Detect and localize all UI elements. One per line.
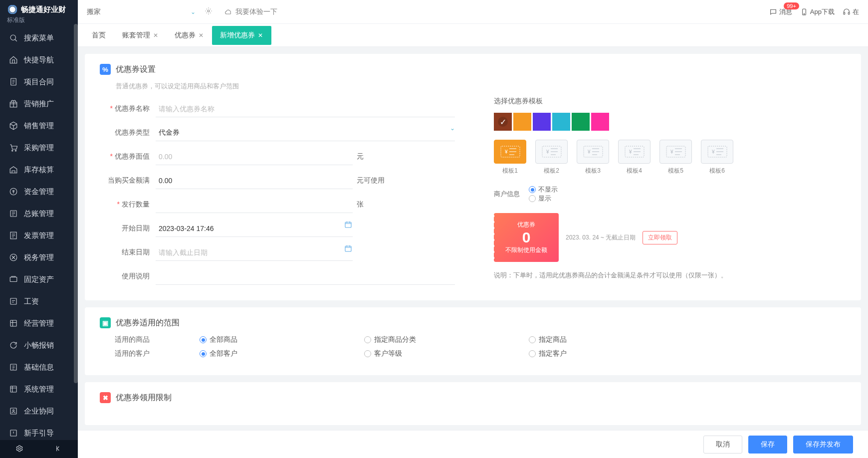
calendar-icon[interactable] bbox=[344, 221, 456, 230]
sidebar: 畅捷通好业财 标准版 搜索菜单快捷导航项目合同营销推广销售管理采购管理库存核算资… bbox=[0, 0, 78, 458]
tab-优惠券[interactable]: 优惠券✕ bbox=[167, 26, 212, 45]
color-swatch[interactable] bbox=[513, 113, 531, 131]
sidebar-item-label: 项目合同 bbox=[24, 77, 54, 87]
online-label: 在 bbox=[853, 7, 859, 16]
badge-count: 99+ bbox=[784, 2, 799, 9]
coupon-value-input[interactable] bbox=[156, 148, 353, 165]
issue-count-input[interactable] bbox=[156, 196, 353, 213]
org-selector[interactable]: 搬家 ⌄ bbox=[87, 7, 196, 16]
template-label: 模板5 bbox=[659, 167, 692, 175]
start-date-input[interactable] bbox=[156, 220, 353, 237]
sidebar-item-label: 工资 bbox=[24, 297, 39, 306]
preview-title: 优惠券 bbox=[517, 221, 535, 229]
scope-customer-label: 适用的客户 bbox=[100, 349, 150, 358]
customer-scope-radio[interactable]: 指定客户 bbox=[529, 349, 609, 358]
sidebar-item-asset[interactable]: 固定资产 bbox=[0, 268, 78, 290]
money-icon bbox=[9, 187, 18, 196]
end-date-input[interactable] bbox=[156, 244, 353, 261]
sidebar-item-warehouse[interactable]: 库存核算 bbox=[0, 159, 78, 181]
tab-新增优惠券[interactable]: 新增优惠券✕ bbox=[212, 26, 271, 45]
save-publish-button[interactable]: 保存并发布 bbox=[793, 436, 853, 454]
panel-coupon-settings: % 优惠券设置 普通优惠券，可以设定适用商品和客户范围 *优惠券名称 优惠券类型… bbox=[85, 54, 861, 300]
sidebar-item-money[interactable]: 资金管理 bbox=[0, 181, 78, 203]
label-name: 优惠券名称 bbox=[115, 104, 150, 112]
claim-button[interactable]: 立即领取 bbox=[643, 231, 677, 244]
usage-desc-input[interactable] bbox=[156, 268, 455, 285]
cancel-button[interactable]: 取消 bbox=[703, 436, 742, 454]
template-option[interactable]: ¥模板4 bbox=[618, 140, 651, 175]
color-swatch[interactable] bbox=[591, 113, 609, 131]
sidebar-item-salary[interactable]: 工资 bbox=[0, 290, 78, 312]
sidebar-item-tax[interactable]: 税务管理 bbox=[0, 246, 78, 268]
sidebar-item-refresh[interactable]: 小畅报销 bbox=[0, 334, 78, 356]
sidebar-item-team[interactable]: 企业协同 bbox=[0, 400, 78, 422]
coupon-name-input[interactable] bbox=[156, 100, 455, 117]
product-scope-radio[interactable]: 指定商品 bbox=[529, 335, 609, 344]
tax-icon bbox=[9, 253, 18, 262]
try-experience-link[interactable]: 我要体验一下 bbox=[224, 7, 277, 16]
sidebar-item-system[interactable]: 系统管理 bbox=[0, 378, 78, 400]
customer-scope-radio[interactable]: 全部客户 bbox=[200, 349, 279, 358]
search-icon bbox=[9, 33, 18, 42]
template-option[interactable]: ¥模板1 bbox=[494, 140, 526, 175]
template-option[interactable]: ¥模板2 bbox=[535, 140, 568, 175]
radio-dot-icon bbox=[529, 350, 536, 357]
sidebar-item-search[interactable]: 搜索菜单 bbox=[0, 27, 78, 49]
settings-gear-icon[interactable] bbox=[0, 445, 39, 454]
collapse-sidebar-icon[interactable] bbox=[39, 445, 78, 454]
suffix-zhang: 张 bbox=[357, 200, 364, 209]
messages-link[interactable]: 消息 99+ bbox=[769, 7, 792, 16]
save-button[interactable]: 保存 bbox=[748, 436, 787, 454]
sidebar-item-document[interactable]: 项目合同 bbox=[0, 71, 78, 93]
sidebar-item-label: 发票管理 bbox=[24, 231, 54, 240]
color-swatch[interactable] bbox=[552, 113, 570, 131]
sidebar-item-info[interactable]: 基础信息 bbox=[0, 356, 78, 378]
svg-point-17 bbox=[18, 448, 20, 450]
svg-rect-10 bbox=[10, 298, 16, 304]
template-option[interactable]: ¥模板3 bbox=[577, 140, 609, 175]
tab-账套管理[interactable]: 账套管理✕ bbox=[114, 26, 167, 45]
svg-text:¥: ¥ bbox=[670, 149, 673, 155]
panel-subtitle: 普通优惠券，可以设定适用商品和客户范围 bbox=[116, 82, 846, 91]
svg-text:¥: ¥ bbox=[546, 149, 549, 155]
svg-text:¥: ¥ bbox=[629, 149, 632, 155]
template-option[interactable]: ¥模板5 bbox=[659, 140, 692, 175]
radio-label: 全部客户 bbox=[210, 349, 237, 358]
sidebar-item-gift[interactable]: 营销推广 bbox=[0, 93, 78, 115]
sidebar-item-label: 固定资产 bbox=[24, 275, 54, 284]
footer-actions: 取消 保存 保存并发布 bbox=[78, 430, 868, 458]
merchant-radio[interactable]: 不显示 bbox=[529, 185, 558, 194]
svg-text:¥: ¥ bbox=[504, 149, 508, 155]
close-icon[interactable]: ✕ bbox=[258, 32, 263, 39]
sidebar-item-cart[interactable]: 采购管理 bbox=[0, 137, 78, 159]
template-label: 模板3 bbox=[577, 167, 609, 175]
merchant-radio[interactable]: 显示 bbox=[529, 194, 558, 203]
tab-首页[interactable]: 首页 bbox=[84, 26, 114, 45]
template-option[interactable]: ¥模板6 bbox=[701, 140, 733, 175]
topbar-gear-icon[interactable] bbox=[205, 7, 213, 16]
sidebar-item-home[interactable]: 快捷导航 bbox=[0, 49, 78, 71]
coupon-type-select[interactable] bbox=[156, 124, 455, 141]
threshold-input[interactable] bbox=[156, 172, 353, 189]
sidebar-item-manage[interactable]: 经营管理 bbox=[0, 312, 78, 334]
close-icon[interactable]: ✕ bbox=[199, 32, 204, 39]
product-scope-radio[interactable]: 全部商品 bbox=[200, 335, 279, 344]
calendar-icon[interactable] bbox=[344, 244, 456, 254]
color-swatch[interactable] bbox=[572, 113, 590, 131]
product-scope-radio[interactable]: 指定商品分类 bbox=[364, 335, 444, 344]
sidebar-item-guide[interactable]: 新手引导 bbox=[0, 422, 78, 438]
close-icon[interactable]: ✕ bbox=[153, 32, 158, 39]
sidebar-item-cube[interactable]: 销售管理 bbox=[0, 115, 78, 137]
sidebar-item-ledger[interactable]: 总账管理 bbox=[0, 203, 78, 225]
sidebar-item-label: 税务管理 bbox=[24, 253, 54, 262]
color-swatch[interactable] bbox=[494, 113, 512, 131]
panel-title: 优惠券设置 bbox=[116, 64, 156, 75]
support-link[interactable]: 在 bbox=[843, 7, 859, 16]
customer-scope-radio[interactable]: 客户等级 bbox=[364, 349, 444, 358]
sidebar-scrollbar[interactable] bbox=[74, 24, 78, 439]
sidebar-item-invoice[interactable]: 发票管理 bbox=[0, 225, 78, 246]
color-swatch[interactable] bbox=[533, 113, 551, 131]
app-download-link[interactable]: App下载 bbox=[800, 7, 835, 16]
template-label: 模板1 bbox=[494, 167, 526, 175]
content-area[interactable]: % 优惠券设置 普通优惠券，可以设定适用商品和客户范围 *优惠券名称 优惠券类型… bbox=[78, 47, 868, 430]
